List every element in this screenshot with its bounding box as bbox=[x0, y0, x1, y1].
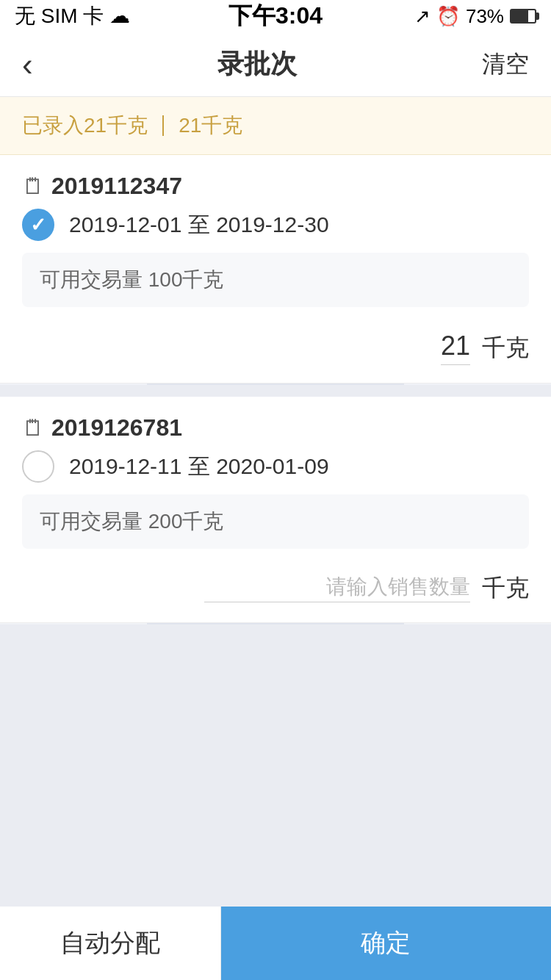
quantity-value-1: 21 bbox=[441, 331, 470, 361]
quantity-wrapper-2: 千克 bbox=[204, 572, 529, 605]
batch-radio-1[interactable] bbox=[22, 209, 54, 241]
batch-icon-1: 🗒 bbox=[22, 174, 44, 199]
status-bar: 无 SIM 卡 ☁ 下午3:04 ↗ ⏰ 73% bbox=[0, 0, 551, 32]
batch-card-1: 🗒 2019112347 2019-12-01 至 2019-12-30 可用交… bbox=[0, 155, 551, 383]
footer: 自动分配 确定 bbox=[0, 907, 551, 980]
batch-date-1: 2019-12-01 至 2019-12-30 bbox=[69, 210, 329, 240]
page-title: 录批次 bbox=[217, 46, 297, 82]
auto-distribute-button[interactable]: 自动分配 bbox=[0, 907, 221, 980]
quantity-row-1: 21 千克 bbox=[0, 319, 551, 383]
batch-avail-2: 可用交易量 200千克 bbox=[22, 494, 529, 549]
batch-card-2: 🗒 2019126781 2019-12-11 至 2020-01-09 可用交… bbox=[0, 397, 551, 623]
clear-button[interactable]: 清空 bbox=[482, 48, 529, 81]
quantity-underline-2 bbox=[204, 575, 470, 602]
nav-bar: ‹ 录批次 清空 bbox=[0, 32, 551, 97]
batch-date-row-2: 2019-12-11 至 2020-01-09 bbox=[0, 450, 551, 491]
recorded-value: 21千克 bbox=[179, 112, 242, 140]
info-banner: 已录入21千克 21千克 bbox=[0, 97, 551, 155]
batch-header-1: 🗒 2019112347 bbox=[0, 155, 551, 209]
batch-id-2: 2019126781 bbox=[51, 414, 182, 442]
status-time: 下午3:04 bbox=[228, 0, 323, 32]
batch-avail-1: 可用交易量 100千克 bbox=[22, 253, 529, 307]
batch-icon-2: 🗒 bbox=[22, 416, 44, 441]
quantity-input-2[interactable] bbox=[204, 575, 470, 599]
quantity-wrapper-1: 21 千克 bbox=[441, 331, 529, 365]
battery-icon bbox=[510, 9, 536, 24]
battery-text: 73% bbox=[466, 5, 504, 28]
location-icon: ↗ bbox=[414, 5, 431, 28]
batch-header-2: 🗒 2019126781 bbox=[0, 397, 551, 450]
status-right: ↗ ⏰ 73% bbox=[414, 5, 536, 28]
status-left: 无 SIM 卡 ☁ bbox=[15, 2, 130, 30]
section-divider bbox=[0, 385, 551, 397]
batch-date-row-1: 2019-12-01 至 2019-12-30 bbox=[0, 209, 551, 250]
quantity-underline-1: 21 bbox=[441, 331, 470, 365]
batch-date-2: 2019-12-11 至 2020-01-09 bbox=[69, 452, 329, 482]
sim-label: 无 SIM 卡 ☁ bbox=[15, 2, 130, 30]
info-divider bbox=[162, 115, 164, 136]
batch-id-1: 2019112347 bbox=[51, 173, 182, 200]
alarm-icon: ⏰ bbox=[436, 5, 460, 28]
bottom-area bbox=[0, 624, 551, 933]
confirm-button[interactable]: 确定 bbox=[221, 907, 551, 980]
back-button[interactable]: ‹ bbox=[22, 48, 33, 81]
quantity-unit-1: 千克 bbox=[482, 332, 529, 364]
quantity-unit-2: 千克 bbox=[482, 572, 529, 605]
quantity-row-2: 千克 bbox=[0, 561, 551, 623]
batch-radio-2[interactable] bbox=[22, 450, 54, 483]
recorded-label: 已录入21千克 bbox=[22, 112, 148, 140]
